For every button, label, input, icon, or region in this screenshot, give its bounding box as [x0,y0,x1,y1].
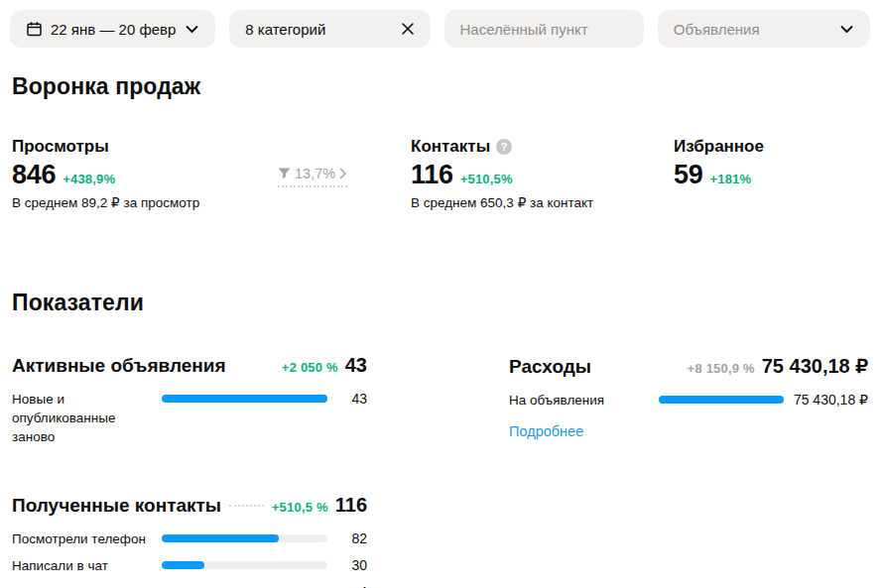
metric-views-title: Просмотры [12,137,278,157]
bar-row: Посмотрели телефон и написали в чат 4 [12,583,367,588]
active-listings-card: Активные объявления +2 050 % 43 Новые и … [12,354,367,446]
bar-fill [659,396,784,404]
bar-track [162,561,327,569]
bar-label: Посмотрели телефон [12,529,162,548]
categories-label: 8 категорий [245,21,325,38]
metric-favorites-delta: +181% [709,172,751,186]
received-contacts-delta: +510,5 % [272,500,328,515]
bar-row: На объявления 75 430,18 ₽ [509,391,868,410]
help-icon[interactable]: ? [496,139,512,155]
bar-row: Посмотрели телефон 82 [12,529,367,548]
metric-favorites-title: Избранное [674,137,764,157]
location-input[interactable] [460,21,628,38]
received-contacts-card: Полученные контакты +510,5 % 116 Посмотр… [12,494,367,588]
funnel-icon [278,168,291,179]
conversion-wrap: 13,7% [278,137,411,210]
sales-funnel: Просмотры 846 +438,9% В среднем 89,2 ₽ з… [12,137,870,210]
bar-track [659,396,784,404]
dotted-leader [229,505,264,507]
bar-label: Новые и опубликованные заново [12,390,162,446]
expenses-total: 75 430,18 ₽ [762,354,868,378]
listings-filter[interactable]: Объявления [658,10,870,48]
metric-contacts-delta: +510,5% [460,172,513,186]
active-listings-title: Активные объявления [12,355,226,377]
metric-contacts-value: 116 [411,160,453,190]
bar-value: 75 430,18 ₽ [794,391,868,409]
bar-track [162,395,327,403]
active-listings-total: 43 [345,354,367,377]
listings-label: Объявления [674,21,760,38]
bar-fill [162,561,204,569]
chevron-down-icon [839,22,854,37]
metric-views-subtitle: В среднем 89,2 ₽ за просмотр [12,194,278,210]
date-range-filter[interactable]: 22 янв — 20 февр [10,10,215,48]
received-contacts-title: Полученные контакты [12,495,221,517]
bar-value: 43 [337,390,367,408]
bar-row: Написали в чат 30 [12,556,367,575]
bar-value: 82 [337,529,367,547]
conversion-value: 13,7% [295,166,335,181]
funnel-section-title: Воронка продаж [12,73,870,100]
metric-contacts-title: Контакты [411,137,490,157]
bar-row: Новые и опубликованные заново 43 [12,390,367,446]
bar-fill [162,395,327,403]
bar-label: На объявления [509,391,659,410]
categories-filter[interactable]: 8 категорий [229,10,430,48]
location-filter [444,10,644,48]
bar-label: Написали в чат [12,556,162,575]
calendar-icon [26,21,43,38]
analytics-page: 22 янв — 20 февр 8 категорий Объявления … [0,0,882,588]
metric-contacts: Контакты ? 116 +510,5% В среднем 650,3 ₽… [411,137,674,210]
expenses-title: Расходы [509,356,591,378]
details-link[interactable]: Подробнее [509,423,583,439]
metric-views-delta: +438,9% [63,172,115,186]
filter-bar: 22 янв — 20 февр 8 категорий Объявления [10,10,870,48]
indicator-cards: Активные объявления +2 050 % 43 Новые и … [12,354,870,588]
metric-favorites: Избранное 59 +181% [674,137,764,210]
expenses-delta: +8 150,9 % [688,361,755,376]
chevron-down-icon [185,22,199,37]
metric-views-value: 846 [12,160,56,190]
bar-label: Посмотрели телефон и написали в чат [12,583,162,588]
received-contacts-total: 116 [335,494,367,517]
date-range-label: 22 янв — 20 февр [51,21,176,38]
chevron-right-icon [339,168,347,179]
conversion-badge[interactable]: 13,7% [278,166,347,187]
active-listings-delta: +2 050 % [282,360,338,375]
metric-favorites-value: 59 [674,160,702,190]
bar-track [162,534,327,542]
metric-contacts-subtitle: В среднем 650,3 ₽ за контакт [411,194,674,210]
close-icon[interactable] [401,22,415,36]
bar-value: 4 [337,583,367,588]
bar-fill [162,534,279,542]
bar-value: 30 [337,556,367,574]
expenses-card: Расходы +8 150,9 % 75 430,18 ₽ На объявл… [509,354,868,440]
indicators-section-title: Показатели [12,290,870,316]
metric-views: Просмотры 846 +438,9% В среднем 89,2 ₽ з… [12,137,278,210]
